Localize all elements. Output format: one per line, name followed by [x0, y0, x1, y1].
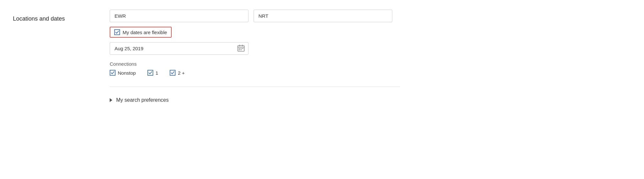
nonstop-option[interactable]: Nonstop	[110, 70, 136, 76]
flexible-dates-label: My dates are flexible	[123, 30, 167, 35]
one-stop-option[interactable]: 1	[147, 70, 158, 76]
date-input[interactable]	[110, 42, 248, 55]
search-preferences-row[interactable]: My search preferences	[110, 97, 400, 103]
origin-input[interactable]	[110, 10, 248, 22]
flexible-dates-wrapper[interactable]: My dates are flexible	[110, 27, 172, 38]
destination-input[interactable]	[254, 10, 392, 22]
section-title: Locations and dates	[13, 10, 110, 22]
connections-options: Nonstop 1	[110, 70, 400, 76]
two-plus-label: 2 +	[178, 70, 185, 76]
nonstop-label: Nonstop	[118, 70, 136, 76]
date-input-wrapper	[110, 42, 248, 55]
airport-inputs-row	[110, 10, 400, 22]
search-preferences-label: My search preferences	[116, 97, 169, 103]
chevron-right-icon	[110, 98, 112, 102]
page-container: Locations and dates My dates are flexibl…	[0, 0, 644, 179]
section-divider	[110, 87, 400, 87]
two-plus-checkbox[interactable]	[170, 70, 176, 76]
connections-section: Connections Nonstop	[110, 61, 400, 76]
flexible-dates-checkbox[interactable]	[114, 29, 120, 35]
form-area: My dates are flexible Co	[110, 10, 400, 103]
connections-label: Connections	[110, 61, 400, 67]
one-stop-label: 1	[156, 70, 158, 76]
two-plus-option[interactable]: 2 +	[170, 70, 185, 76]
nonstop-checkbox[interactable]	[110, 70, 116, 76]
one-stop-checkbox[interactable]	[147, 70, 153, 76]
